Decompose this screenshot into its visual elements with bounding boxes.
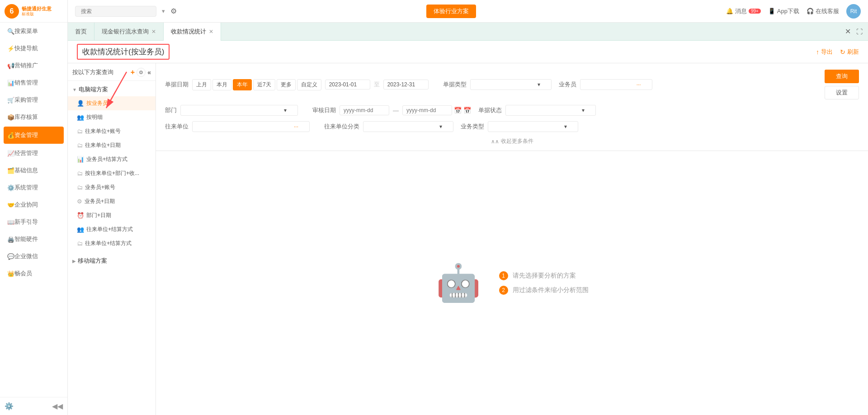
audit-date-from-calendar-icon[interactable]: 📅 xyxy=(454,107,462,114)
partner-category-label: 往来单位分类 xyxy=(324,123,359,131)
filter-btns: 查询 设置 xyxy=(825,70,859,99)
audit-date-to-input[interactable] xyxy=(402,105,452,115)
sidebar: 6 畅捷通好生意 标准版 🔍 搜索菜单 ⚡ 快捷导航 📢 营销推广 📊 销售管理… xyxy=(0,0,68,415)
guide-icon: 📖 xyxy=(7,219,14,226)
tree-item-dept-date[interactable]: ⏰ 部门+日期 xyxy=(68,208,156,222)
filter-business-type-item: 业务类型 ▾ xyxy=(461,121,578,132)
business-type-select[interactable]: ▾ xyxy=(488,121,578,132)
sidebar-item-operation[interactable]: 📈 经营管理 xyxy=(0,145,67,162)
filter-bill-type-item: 单据类型 ▾ xyxy=(443,79,552,90)
date-btn-this-month[interactable]: 本月 xyxy=(212,79,231,90)
settings-topbar-icon[interactable]: ⚙ xyxy=(170,7,177,15)
panel-gear-btn[interactable]: ⚙ xyxy=(137,68,146,77)
tabbar: 首页 现金银行流水查询 ✕ 收款情况统计 ✕ ✕ ⛶ xyxy=(68,23,868,41)
app-logo: 6 畅捷通好生意 标准版 xyxy=(0,0,67,23)
tree-item-salesperson-date[interactable]: ⚙ 业务员+日期 xyxy=(68,194,156,208)
settings-bottom-icon[interactable]: ⚙️ xyxy=(5,402,14,410)
system-icon: ⚙️ xyxy=(7,184,14,191)
topbar-center: 体验行业方案 xyxy=(177,5,726,18)
tree-item-salesperson-settlement[interactable]: 📊 业务员+结算方式 xyxy=(68,152,156,166)
sidebar-item-enterprise[interactable]: 🤝 企业协同 xyxy=(0,196,67,213)
collapse-btn[interactable]: ∧∧ 收起更多条件 xyxy=(165,136,859,147)
tab-home[interactable]: 首页 xyxy=(68,23,94,41)
sidebar-item-member[interactable]: 👑 畅会员 xyxy=(0,265,67,282)
sidebar-item-finance[interactable]: 💰 资金管理 xyxy=(4,127,64,144)
dept-select[interactable]: ▾ xyxy=(180,105,298,116)
tab-close-all-icon[interactable]: ✕ xyxy=(845,27,851,36)
date-btn-7days[interactable]: 近7天 xyxy=(253,79,275,90)
panel-collapse-btn[interactable]: « xyxy=(147,69,151,76)
date-btn-last-month[interactable]: 上月 xyxy=(192,79,211,90)
settings-btn[interactable]: 设置 xyxy=(825,86,859,99)
tab-collection-stats-close[interactable]: ✕ xyxy=(209,28,213,35)
messages-btn[interactable]: 🔔 消息 99+ xyxy=(726,7,761,15)
tab-bank-flow-close[interactable]: ✕ xyxy=(151,28,156,35)
topbar-right: 🔔 消息 99+ 📱 App下载 🎧 在线客服 Rit xyxy=(726,4,861,19)
phone-icon: 📱 xyxy=(768,8,775,14)
tree-item-partner-account[interactable]: 🗂 往来单位+账号 xyxy=(68,124,156,138)
desktop-arrow-icon: ▼ xyxy=(72,87,77,92)
refresh-btn[interactable]: ↻ 刷新 xyxy=(840,48,859,56)
online-service-btn[interactable]: 🎧 在线客服 xyxy=(807,7,839,15)
tree-item-partner-settlement2[interactable]: 🗂 往来单位+结算方式 xyxy=(68,236,156,250)
filter-salesperson-item: 业务员 ··· xyxy=(559,79,652,90)
tree-item-partner-settlement1[interactable]: 👥 往来单位+结算方式 xyxy=(68,222,156,236)
logo-icon: 6 xyxy=(5,4,19,19)
sidebar-item-guide[interactable]: 📖 新手引导 xyxy=(0,213,67,231)
search-dropdown-icon[interactable]: ▾ xyxy=(162,8,165,14)
date-btn-more[interactable]: 更多 xyxy=(277,79,296,90)
date-btn-custom[interactable]: 自定义 xyxy=(297,79,321,90)
salesperson-select[interactable]: ··· xyxy=(580,79,652,90)
search-input[interactable] xyxy=(75,6,156,17)
tree-item-salesperson-account[interactable]: 🗂 业务员+账号 xyxy=(68,180,156,194)
sidebar-item-inventory[interactable]: 📦 库存核算 xyxy=(0,108,67,126)
export-btn[interactable]: ↑ 导出 xyxy=(816,48,833,56)
audit-date-from-input[interactable] xyxy=(340,105,389,115)
user-avatar[interactable]: Rit xyxy=(846,4,861,19)
date-from-input[interactable] xyxy=(325,80,370,90)
sidebar-nav: 🔍 搜索菜单 ⚡ 快捷导航 📢 营销推广 📊 销售管理 🛒 采购管理 📦 库存核… xyxy=(0,23,67,397)
mobile-section-title[interactable]: ▶ 移动端方案 xyxy=(68,254,156,268)
desktop-section-title[interactable]: ▼ 电脑端方案 xyxy=(68,83,156,96)
solution-btn[interactable]: 体验行业方案 xyxy=(426,5,476,18)
sidebar-item-quick-nav[interactable]: ⚡ 快捷导航 xyxy=(0,40,67,57)
salesperson-settlement-icon: 📊 xyxy=(77,156,84,163)
tab-bank-flow[interactable]: 现金银行流水查询 ✕ xyxy=(94,23,164,41)
partner-select[interactable]: ··· xyxy=(192,121,310,132)
logo-text: 畅捷通好生意 标准版 xyxy=(22,5,52,17)
tabbar-right: ✕ ⛶ xyxy=(845,27,868,36)
sidebar-item-wechat[interactable]: 💬 企业微信 xyxy=(0,248,67,265)
date-btn-this-year[interactable]: 本年 xyxy=(233,79,252,90)
sidebar-item-purchase[interactable]: 🛒 采购管理 xyxy=(0,91,67,108)
date-to-input[interactable] xyxy=(383,80,429,90)
sidebar-item-search[interactable]: 🔍 搜索菜单 xyxy=(0,23,67,40)
step-1-num: 1 xyxy=(499,271,508,280)
quick-nav-icon: ⚡ xyxy=(7,45,14,52)
filter-audit-date-item: 审核日期 — 📅 📅 xyxy=(312,105,471,115)
tab-fullscreen-icon[interactable]: ⛶ xyxy=(856,28,863,35)
sidebar-collapse-icon[interactable]: ◀◀ xyxy=(52,402,63,410)
tab-collection-stats[interactable]: 收款情况统计 ✕ xyxy=(164,23,221,41)
tree-item-detail[interactable]: 👥 按明细 xyxy=(68,110,156,124)
sidebar-item-marketing[interactable]: 📢 营销推广 xyxy=(0,57,67,74)
tree-item-salesperson[interactable]: 👤 按业务员 xyxy=(68,96,156,110)
sidebar-item-hardware[interactable]: 🖨️ 智能硬件 xyxy=(0,231,67,248)
sidebar-item-sales[interactable]: 📊 销售管理 xyxy=(0,74,67,91)
bill-type-select[interactable]: ▾ xyxy=(470,79,552,90)
business-type-label: 业务类型 xyxy=(461,123,484,131)
audit-date-to-calendar-icon[interactable]: 📅 xyxy=(463,107,471,114)
tree-item-partner-dept[interactable]: 🗂 按往来单位+部门+收... xyxy=(68,166,156,180)
refresh-icon: ↻ xyxy=(840,48,845,56)
business-type-dropdown-icon: ▾ xyxy=(564,123,567,130)
sidebar-item-system[interactable]: ⚙️ 系统管理 xyxy=(0,179,67,196)
salesperson-more-icon: ··· xyxy=(637,81,641,88)
partner-category-select[interactable]: ▾ xyxy=(363,121,453,132)
data-area: 🤖 1 请先选择要分析的方案 2 用过滤条件来缩小分析范围 xyxy=(156,151,868,415)
sidebar-item-base-info[interactable]: 🗂️ 基础信息 xyxy=(0,162,67,179)
bill-type-dropdown-icon: ▾ xyxy=(538,81,540,88)
query-btn[interactable]: 查询 xyxy=(825,70,859,83)
bill-status-select[interactable]: ▾ xyxy=(505,105,596,116)
app-download-btn[interactable]: 📱 App下载 xyxy=(768,7,799,15)
tree-item-partner-date[interactable]: 🗂 往来单位+日期 xyxy=(68,138,156,152)
panel-add-btn[interactable]: + xyxy=(131,68,135,76)
